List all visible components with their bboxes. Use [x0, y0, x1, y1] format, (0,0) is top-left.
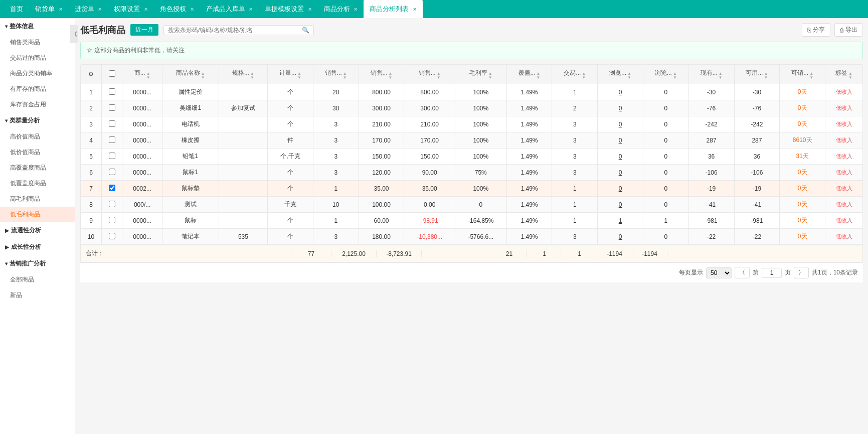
row-tag: 低收入	[825, 100, 863, 116]
col-trade-cnt: 交易...▲▼	[552, 65, 598, 84]
sidebar-item-high-coverage[interactable]: 高覆盖度商品	[0, 160, 75, 176]
row-browse2: 0	[643, 84, 688, 100]
row-available: 287	[734, 132, 780, 149]
row-profit-rate: 100%	[455, 100, 506, 116]
nav-close-roles[interactable]: ✕	[190, 7, 194, 12]
sidebar-item-high-value[interactable]: 高价值商品	[0, 129, 75, 144]
row-checkbox[interactable]	[102, 229, 122, 245]
row-browse1[interactable]: 1	[598, 213, 643, 229]
share-button[interactable]: ⎘ 分享	[802, 23, 830, 37]
row-sales-profit: 150.00	[404, 149, 455, 165]
row-checkbox[interactable]	[102, 149, 122, 165]
row-no: 5	[81, 149, 102, 165]
nav-item-home[interactable]: 首页	[4, 0, 29, 18]
row-checkbox[interactable]	[102, 116, 122, 132]
sidebar-item-traded-goods[interactable]: 交易过的商品	[0, 50, 75, 66]
notice-bar: ☆ 这部分商品的利润非常低，请关注	[80, 42, 863, 59]
sidebar-section-overall[interactable]: ▾ 整体信息	[0, 18, 75, 35]
row-profit-rate: 75%	[455, 165, 506, 181]
row-sales-amt: 180.00	[359, 229, 404, 245]
sidebar-item-sales-goods[interactable]: 销售类商品	[0, 35, 75, 50]
sidebar-item-high-profit[interactable]: 高毛利商品	[0, 191, 75, 207]
nav-item-purchase[interactable]: 进货单 ✕	[69, 0, 108, 18]
row-checkbox[interactable]	[102, 100, 122, 116]
col-checkbox[interactable]	[102, 65, 122, 84]
nav-item-sales[interactable]: 销货单 ✕	[29, 0, 69, 18]
footer-stock: -1194	[597, 250, 632, 257]
row-checkbox[interactable]	[102, 84, 122, 100]
row-browse1[interactable]: 0	[598, 197, 643, 213]
col-settings[interactable]: ⚙	[81, 65, 102, 84]
search-input[interactable]	[168, 27, 300, 34]
prev-page-button[interactable]: 〈	[735, 267, 750, 278]
sidebar-item-all-goods[interactable]: 全部商品	[0, 272, 75, 287]
next-page-button[interactable]: 〉	[794, 267, 809, 278]
row-browse1[interactable]: 0	[598, 229, 643, 245]
nav-close-analysis[interactable]: ✕	[354, 7, 358, 12]
sidebar-item-in-stock[interactable]: 有库存的商品	[0, 81, 75, 97]
page-size-select[interactable]: 50 100 200	[706, 267, 732, 278]
row-coverage: 1.49%	[506, 116, 552, 132]
row-browse1[interactable]: 0	[598, 84, 643, 100]
footer-browse1: 1	[527, 250, 562, 257]
row-browse1[interactable]: 0	[598, 132, 643, 149]
row-checkbox[interactable]	[102, 213, 122, 229]
row-checkbox[interactable]	[102, 132, 122, 149]
row-checkbox[interactable]	[102, 181, 122, 197]
row-trade-cnt: 1	[552, 213, 598, 229]
nav-close-permissions[interactable]: ✕	[144, 7, 148, 12]
sidebar-section-circulation[interactable]: ▶ 流通性分析	[0, 222, 75, 239]
nav-close-sales[interactable]: ✕	[59, 7, 63, 12]
sidebar-item-low-coverage[interactable]: 低覆盖度商品	[0, 176, 75, 191]
sidebar-section-growth[interactable]: ▶ 成长性分析	[0, 239, 75, 255]
nav-close-products[interactable]: ✕	[249, 7, 253, 12]
nav-item-roles[interactable]: 角色授权 ✕	[154, 0, 200, 18]
sidebar-item-new-goods[interactable]: 新品	[0, 287, 75, 303]
sidebar-item-low-profit[interactable]: 低毛利商品	[0, 207, 75, 222]
row-name: 铅笔1	[162, 149, 219, 165]
footer-trade-cnt: 21	[492, 250, 527, 257]
row-browse1[interactable]: 0	[598, 116, 643, 132]
search-icon[interactable]: 🔍	[302, 27, 309, 34]
row-code: 0000...	[122, 116, 162, 132]
page-number-input[interactable]	[762, 268, 782, 278]
row-checkbox[interactable]	[102, 197, 122, 213]
row-sellable: 0天	[780, 116, 825, 132]
row-sales-qty: 3	[313, 116, 359, 132]
nav-close-templates[interactable]: ✕	[308, 7, 312, 12]
section-arrow-cluster: ▾	[5, 118, 8, 123]
row-browse1[interactable]: 0	[598, 165, 643, 181]
row-browse1[interactable]: 0	[598, 149, 643, 165]
row-browse1[interactable]: 0	[598, 100, 643, 116]
select-all-checkbox[interactable]	[109, 70, 115, 77]
nav-item-analysis[interactable]: 商品分析 ✕	[318, 0, 364, 18]
row-checkbox[interactable]	[102, 165, 122, 181]
nav-close-analysis-list[interactable]: ✕	[413, 7, 417, 12]
nav-item-analysis-list[interactable]: 商品分析列表 ✕	[364, 0, 423, 18]
footer-sales-qty: 77	[291, 250, 331, 257]
nav-close-purchase[interactable]: ✕	[98, 7, 102, 12]
table-row: 4 0000... 橡皮擦 件 3 170.00 170.00 100% 1.4…	[81, 132, 863, 149]
header-actions: ⎘ 分享 ⎙ 导出	[802, 23, 863, 37]
row-spec	[219, 132, 267, 149]
col-coverage: 覆盖...▲▼	[506, 65, 552, 84]
sidebar-collapse-btn[interactable]: 《	[70, 25, 78, 43]
row-unit: 个	[268, 181, 313, 197]
row-tag: 低收入	[825, 84, 863, 100]
sidebar-item-stock-funds[interactable]: 库存资金占用	[0, 97, 75, 112]
time-filter-button[interactable]: 近一月	[130, 24, 158, 36]
nav-item-permissions[interactable]: 权限设置 ✕	[108, 0, 154, 18]
row-browse1[interactable]: 0	[598, 181, 643, 197]
row-spec	[219, 116, 267, 132]
sidebar-item-category-sales[interactable]: 商品分类助销率	[0, 66, 75, 81]
nav-item-templates[interactable]: 单据模板设置 ✕	[259, 0, 318, 18]
row-tag: 低收入	[825, 181, 863, 197]
section-arrow-growth: ▶	[5, 244, 9, 250]
sidebar-section-cluster[interactable]: ▾ 类群量分析	[0, 112, 75, 129]
nav-item-products[interactable]: 产成品入库单 ✕	[200, 0, 259, 18]
row-sellable: 0天	[780, 181, 825, 197]
row-trade-cnt: 1	[552, 197, 598, 213]
export-button[interactable]: ⎙ 导出	[834, 23, 863, 37]
sidebar-item-low-value[interactable]: 低价值商品	[0, 144, 75, 160]
sidebar-section-marketing[interactable]: ▾ 营销推广分析	[0, 255, 75, 272]
